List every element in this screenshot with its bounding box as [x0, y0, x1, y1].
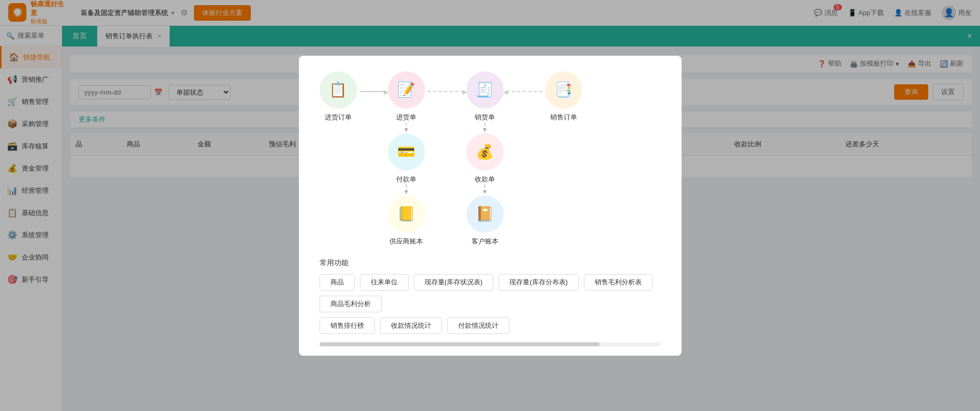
receipt-bill-label: 收款单: [475, 175, 495, 184]
workflow-modal: 📋 进货订单 ▶ 📝 进货单: [299, 56, 682, 356]
purchase-bill-circle: 📝: [388, 71, 425, 109]
sales-bill-label: 销货单: [475, 113, 495, 122]
sales-order-label: 销售订单: [550, 113, 577, 122]
customer-ledger-circle: 📔: [466, 195, 504, 233]
customer-ledger-label: 客户账本: [472, 237, 499, 246]
func-payment-stat[interactable]: 付款情况统计: [447, 317, 509, 334]
node-sales-order[interactable]: 📑 销售订单: [545, 71, 582, 122]
func-stock-dist[interactable]: 现存量(库存分布表): [499, 274, 579, 291]
purchase-order-circle: 📋: [320, 71, 357, 109]
purchase-bill-label: 进货单: [396, 113, 416, 122]
node-purchase-order[interactable]: 📋 进货订单: [320, 71, 357, 122]
node-payment-bill[interactable]: 💳 付款单: [388, 133, 425, 184]
sales-order-circle: 📑: [545, 71, 582, 109]
supplier-ledger-circle: 📒: [388, 195, 425, 233]
supplier-ledger-label: 供应商账本: [389, 237, 423, 246]
func-product-profit[interactable]: 商品毛利分析: [320, 296, 382, 312]
node-supplier-ledger[interactable]: 📒 供应商账本: [388, 195, 425, 246]
payment-bill-circle: 💳: [388, 133, 425, 171]
function-buttons: 商品 往来单位 现存量(库存状况表) 现存量(库存分布表) 销售毛利分析表 商品…: [320, 274, 661, 312]
sales-bill-circle: 🧾: [466, 71, 504, 109]
payment-bill-label: 付款单: [396, 175, 416, 184]
func-sales-rank[interactable]: 销售排行榜: [320, 317, 375, 334]
func-sales-profit[interactable]: 销售毛利分析表: [584, 274, 653, 291]
func-stock-status[interactable]: 现存量(库存状况表): [414, 274, 494, 291]
func-receipt-stat[interactable]: 收款情况统计: [380, 317, 442, 334]
node-receipt-bill[interactable]: 💰 收款单: [466, 133, 504, 184]
function-buttons-2: 销售排行榜 收款情况统计 付款情况统计: [320, 317, 661, 334]
node-sales-bill[interactable]: 🧾 销货单: [466, 71, 504, 122]
func-partner[interactable]: 往来单位: [360, 274, 409, 291]
modal-scrollbar[interactable]: [320, 342, 661, 346]
modal-overlay[interactable]: 📋 进货订单 ▶ 📝 进货单: [0, 0, 980, 411]
common-functions-section: 常用功能 商品 往来单位 现存量(库存状况表) 现存量(库存分布表) 销售毛利分…: [320, 258, 661, 334]
receipt-bill-circle: 💰: [466, 133, 504, 171]
purchase-order-label: 进货订单: [325, 113, 352, 122]
node-customer-ledger[interactable]: 📔 客户账本: [466, 195, 504, 246]
func-product[interactable]: 商品: [320, 274, 355, 291]
node-purchase-bill[interactable]: 📝 进货单: [388, 71, 425, 122]
common-functions-title: 常用功能: [320, 258, 661, 268]
